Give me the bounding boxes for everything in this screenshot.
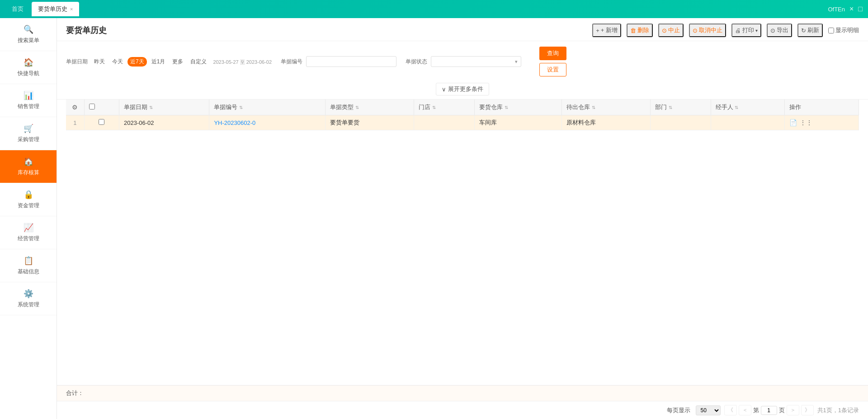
th-store[interactable]: 门店 ⇅ [414,100,475,115]
next-page-button[interactable]: ＞ [787,405,799,415]
prev-page-button[interactable]: ＜ [739,405,751,415]
cancel-stop-icon: ⊙ [693,27,698,34]
refresh-icon: ↻ [801,27,806,34]
date-more[interactable]: 更多 [170,57,186,67]
window-maximize-btn[interactable]: □ [858,5,863,13]
sidebar-item-operations-label: 经营管理 [18,235,39,243]
table-body: 1 2023-06-02 YH-20230602-0 要货单要货 车间库 原材料… [66,115,859,130]
th-handler[interactable]: 经手人 ⇅ [711,100,784,115]
sidebar-item-purchase[interactable]: 🛒 采购管理 [0,117,57,150]
bill-number-input[interactable] [306,56,396,67]
tab-requisition-history[interactable]: 要货单历史 × [32,2,79,16]
tab-home[interactable]: 首页 [5,2,30,16]
row-more-icon[interactable]: ⋮⋮ [800,119,812,126]
th-pending-warehouse-label: 待出仓库 [566,104,590,110]
th-department[interactable]: 部门 ⇅ [650,100,711,115]
basic-info-icon: 📋 [24,256,33,266]
purchase-icon: 🛒 [24,124,33,133]
row-checkbox-cell [84,115,119,130]
date-1month[interactable]: 近1月 [149,57,168,67]
expand-more-button[interactable]: ∨ 展开更多条件 [436,83,489,95]
sidebar-item-inventory[interactable]: 🏠 库存核算 [0,150,57,183]
row-department-cell [650,115,711,130]
bill-number-sort-icon[interactable]: ⇅ [239,105,243,110]
date-yesterday[interactable]: 昨天 [91,57,108,67]
filter-row: 单据日期 昨天 今天 近7天 近1月 更多 自定义 2023-05-27 至 2… [66,47,859,76]
first-page-button[interactable]: 《 [724,405,737,415]
column-settings-icon[interactable]: ⚙ [72,104,78,111]
sidebar-item-finance[interactable]: 🔒 资金管理 [0,183,57,216]
query-button[interactable]: 查询 [539,47,566,60]
page-header: 要货单历史 + + 新增 🗑 删除 ⊙ 中止 ⊙ 取消中止 [57,18,868,41]
quick-nav-icon: 🏠 [24,57,33,67]
th-operation-label: 操作 [789,104,801,110]
sidebar-item-basic-info[interactable]: 📋 基础信息 [0,249,57,282]
add-button[interactable]: + + 新增 [592,24,621,37]
row-checkbox[interactable] [99,119,104,125]
often-label[interactable]: OfTEn [828,6,845,13]
pending-warehouse-sort-icon[interactable]: ⇅ [592,105,595,110]
stop-button[interactable]: ⊙ 中止 [658,24,684,37]
page-size-label: 每页显示 [667,406,690,414]
cancel-stop-button[interactable]: ⊙ 取消中止 [689,24,726,37]
th-department-label: 部门 [655,104,667,110]
requisition-table: ⚙ 单据日期 ⇅ 单据编号 ⇅ [66,100,859,130]
store-sort-icon[interactable]: ⇅ [432,105,436,110]
th-req-warehouse[interactable]: 要货仓库 ⇅ [475,100,562,115]
table-row[interactable]: 1 2023-06-02 YH-20230602-0 要货单要货 车间库 原材料… [66,115,859,130]
sidebar-item-inventory-label: 库存核算 [18,169,39,176]
bill-date-filter-group: 单据日期 昨天 今天 近7天 近1月 更多 自定义 2023-05-27 至 2… [66,57,272,67]
page-info: 共1页，1条记录 [817,406,859,414]
table-container: ⚙ 单据日期 ⇅ 单据编号 ⇅ [57,100,868,385]
last-page-button[interactable]: 》 [801,405,814,415]
sidebar-item-search-menu-label: 搜索菜单 [18,37,39,44]
row-bill-number-cell[interactable]: YH-20230602-0 [209,115,326,130]
handler-sort-icon[interactable]: ⇅ [735,105,738,110]
sidebar-item-sales[interactable]: 📊 销售管理 [0,84,57,117]
delete-label: 删除 [637,26,649,34]
bill-date-sort-icon[interactable]: ⇅ [149,105,153,110]
th-handler-label: 经手人 [716,104,733,110]
select-all-checkbox[interactable] [89,104,95,110]
page-number-input[interactable] [761,406,777,415]
sidebar-item-operations[interactable]: 📈 经营管理 [0,216,57,249]
date-custom[interactable]: 自定义 [188,57,209,67]
show-detail-toggle[interactable]: 显示明细 [828,26,859,34]
sidebar-item-quick-nav[interactable]: 🏠 快捷导航 [0,51,57,84]
print-button[interactable]: 🖨 打印 ▾ [731,24,761,37]
export-button[interactable]: ⊙ 导出 [767,24,792,37]
th-bill-type[interactable]: 单据类型 ⇅ [326,100,414,115]
sidebar-item-system[interactable]: ⚙️ 系统管理 [0,282,57,315]
bill-type-sort-icon[interactable]: ⇅ [355,105,359,110]
th-bill-date[interactable]: 单据日期 ⇅ [119,100,209,115]
bill-status-select-wrapper [431,56,521,67]
print-icon: 🖨 [735,27,741,34]
expand-more-label: 展开更多条件 [448,85,483,93]
settings-button[interactable]: 设置 [539,63,566,76]
th-bill-number[interactable]: 单据编号 ⇅ [209,100,326,115]
sidebar-item-search-menu[interactable]: 🔍 搜索菜单 [0,18,57,51]
date-7days[interactable]: 近7天 [127,57,147,67]
page-size-select[interactable]: 10 20 50 100 [696,405,721,415]
add-label: + 新增 [601,26,618,34]
department-sort-icon[interactable]: ⇅ [669,105,672,110]
refresh-button[interactable]: ↻ 刷新 [797,24,823,37]
bill-status-select[interactable] [431,56,521,67]
th-pending-warehouse[interactable]: 待出仓库 ⇅ [561,100,650,115]
tab-close-icon[interactable]: × [70,6,73,12]
window-close-btn[interactable]: × [849,5,854,13]
show-detail-checkbox[interactable] [828,28,834,33]
date-today[interactable]: 今天 [109,57,126,67]
summary-label: 合计： [66,389,84,397]
th-settings[interactable]: ⚙ [66,100,84,115]
th-bill-date-label: 单据日期 [124,104,147,110]
req-warehouse-sort-icon[interactable]: ⇅ [505,105,508,110]
row-edit-icon[interactable]: 📄 [789,119,797,126]
delete-button[interactable]: 🗑 删除 [627,24,653,37]
row-action-cell: 📄 ⋮⋮ [784,115,859,130]
sidebar: 🔍 搜索菜单 🏠 快捷导航 📊 销售管理 🛒 采购管理 🏠 库存核算 🔒 资金管… [0,18,57,419]
page-title: 要货单历史 [66,25,592,36]
sidebar-item-quick-nav-label: 快捷导航 [18,70,39,77]
th-operation: 操作 [784,100,859,115]
th-bill-number-label: 单据编号 [214,104,237,110]
